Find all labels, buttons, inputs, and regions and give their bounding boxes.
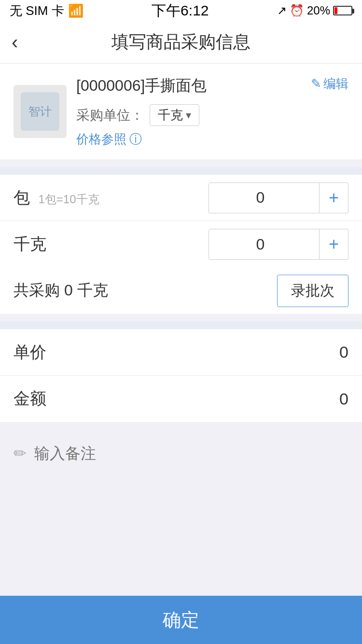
total-section: 共采购 0 千克 录批次 bbox=[0, 267, 362, 314]
kg-label: 千克 bbox=[14, 233, 71, 255]
battery-percent: 20% bbox=[307, 4, 330, 17]
kg-plus-button[interactable]: + bbox=[320, 229, 348, 260]
status-bar: 无 SIM 卡 📶 下午6:12 ↗ ⏰ 20% bbox=[0, 0, 362, 21]
content-spacer bbox=[0, 510, 362, 607]
kg-field-wrap: + bbox=[71, 229, 348, 260]
edit-button[interactable]: ✎ 编辑 bbox=[311, 75, 348, 92]
section-separator-2 bbox=[0, 322, 362, 329]
price-label: 单价 bbox=[14, 341, 46, 364]
unit-selector[interactable]: 千克 ▾ bbox=[150, 104, 199, 126]
bao-input-row: 包 1包=10千克 + bbox=[0, 175, 362, 221]
bao-field-wrap: + bbox=[99, 182, 348, 213]
amount-label: 金额 bbox=[14, 388, 46, 410]
status-time: 下午6:12 bbox=[152, 1, 209, 21]
no-sim-text: 无 SIM 卡 bbox=[10, 2, 64, 19]
unit-label-text: 采购单位： bbox=[76, 106, 144, 125]
location-icon: ↗ bbox=[277, 4, 287, 17]
kg-input[interactable] bbox=[209, 229, 320, 260]
remark-input[interactable] bbox=[34, 443, 348, 497]
nav-bar: ‹ 填写商品采购信息 bbox=[0, 21, 362, 64]
product-info: [0000006]手撕面包 采购单位： 千克 ▾ 价格参照 ⓘ bbox=[76, 75, 348, 148]
product-image: 智计 bbox=[14, 85, 67, 138]
bao-label: 包 1包=10千克 bbox=[14, 187, 99, 209]
price-row: 单价 0 bbox=[0, 329, 362, 376]
amount-value: 0 bbox=[339, 390, 348, 408]
confirm-button[interactable]: 确定 bbox=[0, 596, 362, 644]
kg-input-row: 千克 + bbox=[0, 221, 362, 267]
help-icon: ⓘ bbox=[129, 131, 142, 148]
bao-sub-label: 1包=10千克 bbox=[38, 193, 99, 206]
info-section: 单价 0 金额 0 bbox=[0, 329, 362, 422]
chevron-down-icon: ▾ bbox=[186, 109, 191, 122]
status-left: 无 SIM 卡 📶 bbox=[10, 2, 84, 19]
product-card: 智计 [0000006]手撕面包 采购单位： 千克 ▾ 价格参照 ⓘ ✎ 编辑 bbox=[0, 64, 362, 159]
product-unit-row: 采购单位： 千克 ▾ bbox=[76, 104, 348, 126]
alarm-icon: ⏰ bbox=[290, 4, 304, 17]
pencil-icon: ✏ bbox=[14, 444, 27, 462]
back-button[interactable]: ‹ bbox=[12, 31, 18, 53]
bao-plus-button[interactable]: + bbox=[320, 182, 348, 213]
wifi-icon: 📶 bbox=[68, 3, 84, 18]
total-text: 共采购 0 千克 bbox=[14, 280, 108, 301]
total-amount: 0 bbox=[64, 281, 73, 299]
status-right: ↗ ⏰ 20% bbox=[277, 4, 352, 17]
batch-button[interactable]: 录批次 bbox=[277, 275, 348, 307]
price-value: 0 bbox=[339, 343, 348, 362]
amount-row: 金额 0 bbox=[0, 376, 362, 422]
section-separator bbox=[0, 167, 362, 175]
battery-icon bbox=[333, 6, 352, 15]
edit-icon: ✎ bbox=[311, 76, 321, 91]
page-title: 填写商品采购信息 bbox=[111, 30, 251, 54]
product-logo: 智计 bbox=[21, 92, 59, 131]
product-name: [0000006]手撕面包 bbox=[76, 75, 348, 97]
input-section: 包 1包=10千克 + 千克 + bbox=[0, 175, 362, 267]
price-ref-button[interactable]: 价格参照 ⓘ bbox=[76, 131, 348, 148]
remark-section: ✏ bbox=[0, 430, 362, 510]
bao-input[interactable] bbox=[209, 182, 320, 213]
